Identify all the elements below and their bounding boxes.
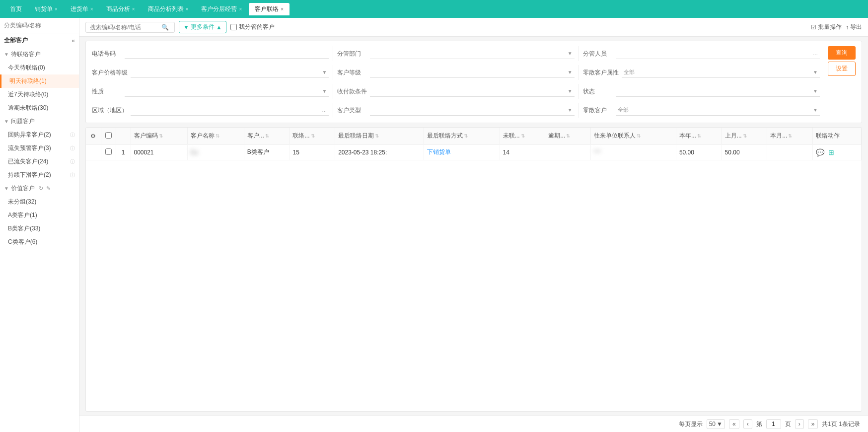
th-last-contact-way[interactable]: 最后联络方式⇅ [424,128,500,144]
filter-price-level-label: 客户价格等级 [92,69,128,77]
top-nav: 首页 销货单 × 进货单 × 商品分析 × 商品分析列表 × 客户分层经营 × … [0,0,868,18]
row-checkbox[interactable] [105,148,112,155]
export-btn[interactable]: ↑ 导出 [846,23,862,31]
filter-dept: 分管部门 ▼ [337,48,574,59]
th-last-contact-date[interactable]: 最后联络日期⇅ [335,128,424,144]
query-btn[interactable]: 查询 [828,46,856,60]
toolbar-search-icon[interactable]: 🔍 [161,24,169,31]
last-contact-way-link[interactable]: 下销货单 [427,148,451,155]
action-contact-icon[interactable]: 💬 [816,148,824,156]
content-area: 🔍 ▼ 更多条件 ▲ 我分管的客户 ☑ 批量操作 ↑ 导出 [79,18,868,432]
filter-nature-select[interactable]: ▼ [125,86,329,97]
td-last-contact-way[interactable]: 下销货单 [424,144,500,160]
th-contacts-sort-icon: ⇅ [311,133,315,139]
nav-customer-contact-close-icon[interactable]: × [281,6,284,12]
th-unit-contact[interactable]: 往来单位联系人⇅ [590,128,676,144]
th-gear[interactable]: ⚙ [86,128,101,144]
filter-phone-input[interactable] [125,49,329,59]
filter-customer-type-select[interactable]: ▼ [370,105,574,116]
nav-customer-segment[interactable]: 客户分层经营 × [195,3,248,15]
filter-region-select[interactable]: … [131,105,329,116]
sidebar-search-input[interactable] [4,22,78,29]
td-action: 💬 ⊞ [812,144,861,160]
td-code: 000021 [131,144,187,160]
sidebar-item-declining[interactable]: 持续下滑客户(2) ⓘ [0,168,79,182]
settings-btn[interactable]: 设置 [828,62,856,76]
th-code[interactable]: 客户编码⇅ [131,128,187,144]
first-page-btn[interactable]: « [729,419,739,429]
sidebar-group-problem-arrow: ▼ [4,119,9,124]
sidebar-collapse-icon[interactable]: « [72,37,75,44]
action-more-icon[interactable]: ⊞ [828,148,834,156]
sidebar-group-value-edit-icon[interactable]: ✎ [46,185,51,192]
th-name[interactable]: 客户名称⇅ [187,128,244,144]
th-last-month[interactable]: 上月...⇅ [722,128,767,144]
nav-product-analysis-list[interactable]: 商品分析列表 × [142,3,195,15]
sidebar-item-class-c[interactable]: C类客户(6) [0,235,79,249]
nav-sales-order-close-icon[interactable]: × [55,6,58,12]
sidebar-item-loss-warning[interactable]: 流失预警客户(3) ⓘ [0,142,79,155]
sidebar-item-7days-pending[interactable]: 近7天待联络(0) [0,88,79,101]
th-name-sort-icon: ⇅ [216,133,219,139]
filter-payment-select[interactable]: ▼ [370,86,574,97]
sidebar-item-overdue-pending[interactable]: 逾期未联络(30) [0,101,79,115]
th-this-year[interactable]: 本年...⇅ [676,128,722,144]
th-contacts[interactable]: 联络...⇅ [289,128,335,144]
sidebar-group-pending[interactable]: ▼ 待联络客户 [0,48,79,61]
th-checkbox[interactable] [101,128,116,144]
th-this-month[interactable]: 本月...⇅ [767,128,813,144]
th-overdue-sort-icon: ⇅ [566,133,570,139]
sidebar-group-value[interactable]: ▼ 价值客户 ↻ ✎ [0,182,79,195]
batch-op-btn[interactable]: ☑ 批量操作 [811,23,842,31]
sidebar-item-class-b[interactable]: B类客户(33) [0,222,79,235]
my-customer-checkbox[interactable] [230,24,237,30]
filter-retail-attr: 零散客户属性 全部▼ [583,67,820,78]
td-rownum: 1 [116,144,131,160]
filter-status-select[interactable]: ▼ [616,86,820,97]
sidebar-group-value-refresh-icon[interactable]: ↻ [39,185,43,192]
nav-product-analysis[interactable]: 商品分析 × [100,3,141,15]
th-code-sort-icon: ⇅ [159,133,163,139]
th-category[interactable]: 客户...⇅ [244,128,289,144]
batch-op-icon: ☑ [811,24,816,31]
filter-person-select[interactable]: … [616,48,820,59]
sidebar-item-repurchase-abnormal[interactable]: 回购异常客户(2) ⓘ [0,128,79,142]
search-input[interactable] [90,24,159,31]
filter-price-level-select[interactable]: ▼ [131,67,329,78]
sidebar-all-customers[interactable]: 全部客户 « [0,33,79,48]
filter-customer-level-select[interactable]: ▼ [370,67,574,78]
sidebar-item-tomorrow-pending[interactable]: 明天待联络(1) [0,74,79,88]
th-not-contacted[interactable]: 未联...⇅ [500,128,545,144]
nav-purchase-order-close-icon[interactable]: × [90,6,93,12]
th-overdue[interactable]: 逾期...⇅ [545,128,591,144]
next-page-btn[interactable]: › [795,419,804,429]
filter-dept-select[interactable]: ▼ [370,48,574,59]
page-input[interactable] [766,419,781,429]
select-all-checkbox[interactable] [105,132,112,139]
last-page-btn[interactable]: » [808,419,818,429]
nav-customer-segment-close-icon[interactable]: × [239,6,242,12]
prev-page-btn[interactable]: ‹ [743,419,752,429]
th-last-month-sort-icon: ⇅ [743,133,747,139]
more-filter-btn[interactable]: ▼ 更多条件 ▲ [179,21,226,33]
nav-customer-contact[interactable]: 客户联络 × [249,3,289,15]
my-customer-checkbox-wrap[interactable]: 我分管的客户 [230,23,275,31]
filter-retail-attr-select[interactable]: 全部▼ [622,67,820,78]
filter-retail-customer-select[interactable]: 全部▼ [616,105,820,116]
sidebar-item-class-a[interactable]: A类客户(1) [0,209,79,222]
nav-sales-order[interactable]: 销货单 × [29,3,64,15]
toolbar: 🔍 ▼ 更多条件 ▲ 我分管的客户 ☑ 批量操作 ↑ 导出 [79,18,868,37]
nav-product-analysis-list-close-icon[interactable]: × [186,6,189,12]
td-row-checkbox[interactable] [101,144,116,160]
td-row-gear [86,144,101,160]
th-not-contacted-sort-icon: ⇅ [521,133,525,139]
nav-home[interactable]: 首页 [4,3,28,15]
sidebar-item-today-pending[interactable]: 今天待联络(0) [0,61,79,74]
search-input-wrap: 🔍 [85,22,175,33]
nav-purchase-order[interactable]: 进货单 × [65,3,99,15]
nav-product-analysis-close-icon[interactable]: × [132,6,135,12]
sidebar-item-ungrouped[interactable]: 未分组(32) [0,195,79,209]
sidebar-item-lost[interactable]: 已流失客户(24) ⓘ [0,155,79,168]
sidebar-group-problem[interactable]: ▼ 问题客户 [0,115,79,128]
page-size-select[interactable]: 50 ▼ [707,419,725,429]
